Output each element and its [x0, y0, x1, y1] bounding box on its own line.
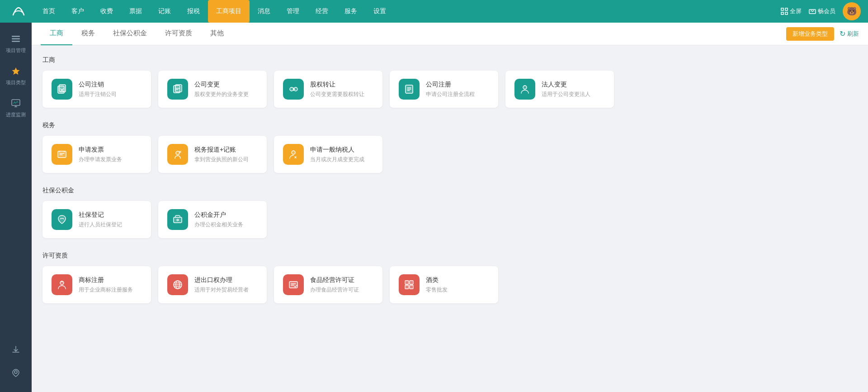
nav-manage[interactable]: 管理 [278, 0, 307, 23]
svg-point-23 [177, 219, 179, 221]
nav-invoice[interactable]: 票据 [121, 0, 150, 23]
food-license-text: 食品经营许可证 办理食品经营许可证 [310, 276, 359, 294]
tab-social-fund[interactable]: 社保公积金 [104, 23, 156, 45]
svg-rect-6 [12, 38, 20, 40]
card-tax-report[interactable]: 税务报道+记账 拿到营业执照的新公司 [158, 136, 267, 173]
svg-rect-9 [12, 100, 20, 105]
nav-bookkeeping[interactable]: 记账 [150, 0, 179, 23]
food-license-desc: 办理食品经营许可证 [310, 286, 359, 294]
svg-point-10 [14, 371, 17, 373]
main-content[interactable]: 工商 公司注销 适用于注销公司 [32, 45, 868, 392]
card-food-license[interactable]: 食品经营许可证 办理食品经营许可证 [274, 266, 382, 303]
card-grid-social-fund: 社保登记 进行人员社保登记 公积 [42, 201, 857, 238]
equity-transfer-desc: 公司变更需要股权转让 [310, 91, 364, 98]
tax-report-desc: 拿到营业执照的新公司 [194, 156, 249, 163]
card-social-insurance[interactable]: 社保登记 进行人员社保登记 [42, 201, 151, 238]
nav-operation[interactable]: 经营 [307, 0, 336, 23]
fullscreen-button[interactable]: 全屏 [781, 7, 802, 15]
general-taxpayer-text: 申请一般纳税人 当月或次月成变更完成 [310, 146, 364, 163]
company-change-icon [167, 79, 188, 100]
card-grid-license: 商标注册 用于企业商标注册服务 [42, 266, 857, 303]
legal-change-title: 法人变更 [542, 81, 590, 89]
vip-button[interactable]: 畅会员 [809, 7, 835, 15]
provident-fund-icon [167, 209, 188, 230]
import-export-desc: 适用于对外贸易经营者 [194, 286, 249, 294]
social-insurance-desc: 进行人员社保登记 [79, 221, 122, 229]
provident-fund-desc: 办理公积金相关业务 [194, 221, 243, 229]
nav-charge[interactable]: 收费 [92, 0, 121, 23]
import-export-icon [167, 274, 188, 295]
nav-settings[interactable]: 设置 [365, 0, 394, 23]
new-type-button[interactable]: 新增业务类型 [786, 27, 834, 41]
section-social-fund: 社保公积金 社保登记 进行人员社保登记 [42, 186, 857, 238]
sidebar-item-download[interactable] [0, 338, 32, 361]
card-trademark[interactable]: 商标注册 用于企业商标注册服务 [42, 266, 151, 303]
nav-service[interactable]: 服务 [336, 0, 365, 23]
sidebar-item-project-manage[interactable]: 项目管理 [0, 27, 32, 59]
card-import-export[interactable]: 进出口权办理 适用于对外贸易经营者 [158, 266, 267, 303]
nav-tax[interactable]: 报税 [179, 0, 208, 23]
equity-transfer-text: 股权转让 公司变更需要股权转让 [310, 81, 364, 98]
tax-report-icon [167, 144, 188, 165]
card-equity-transfer[interactable]: 股权转让 公司变更需要股权转让 [274, 71, 382, 108]
provident-fund-title: 公积金开户 [194, 211, 243, 219]
svg-rect-3 [785, 12, 788, 14]
sidebar-item-progress-monitor[interactable]: 进度监测 [0, 91, 32, 124]
card-company-cancel[interactable]: 公司注销 适用于注销公司 [42, 71, 151, 108]
nav-customer[interactable]: 客户 [63, 0, 92, 23]
card-provident-fund[interactable]: 公积金开户 办理公积金相关业务 [158, 201, 267, 238]
card-apply-invoice[interactable]: 申请发票 办理申请发票业务 [42, 136, 151, 173]
top-navigation: 首页 客户 收费 票据 记账 报税 工商项目 消息 管理 经营 服务 设置 全屏… [0, 0, 868, 23]
card-legal-change[interactable]: 法人变更 适用于公司变更法人 [505, 71, 614, 108]
svg-point-24 [60, 281, 64, 285]
food-license-title: 食品经营许可证 [310, 276, 359, 284]
mascot-icon[interactable]: 🐻 [843, 2, 861, 20]
section-tax: 税务 申请发票 办理申请发票 [42, 121, 857, 173]
location-icon [9, 367, 22, 379]
sidebar-item-project-type[interactable]: 项目类型 [0, 59, 32, 91]
svg-rect-5 [12, 36, 20, 37]
nav-industry[interactable]: 工商项目 [208, 0, 250, 23]
provident-fund-text: 公积金开户 办理公积金相关业务 [194, 211, 243, 229]
company-register-title: 公司注册 [426, 81, 475, 89]
app-logo [7, 0, 30, 23]
company-register-desc: 申请公司注册全流程 [426, 91, 475, 98]
tab-tax[interactable]: 税务 [72, 23, 104, 45]
card-company-register[interactable]: 公司注册 申请公司注册全流程 [390, 71, 498, 108]
trademark-icon [52, 274, 72, 295]
card-grid-industry: 公司注销 适用于注销公司 公司变 [42, 71, 857, 108]
card-company-change[interactable]: 公司变更 股权变更外的业务变更 [158, 71, 267, 108]
sidebar-bottom [0, 338, 32, 392]
sidebar-item-location[interactable] [0, 361, 32, 385]
trademark-text: 商标注册 用于企业商标注册服务 [79, 276, 133, 294]
nav-message[interactable]: 消息 [250, 0, 278, 23]
download-icon [9, 343, 22, 356]
card-alcohol[interactable]: 酒类 零售批发 [390, 266, 498, 303]
refresh-button[interactable]: ↻ 刷新 [840, 29, 859, 38]
svg-rect-28 [405, 281, 409, 284]
nav-home[interactable]: 首页 [34, 0, 63, 23]
svg-point-15 [290, 87, 293, 91]
tab-industry[interactable]: 工商 [41, 23, 72, 45]
content-area: 工商 税务 社保公积金 许可资质 其他 新增业务类型 ↻ 刷新 工商 [32, 23, 868, 392]
section-title-industry: 工商 [42, 56, 857, 64]
section-title-social-fund: 社保公积金 [42, 186, 857, 195]
trademark-title: 商标注册 [79, 276, 133, 284]
svg-rect-31 [410, 285, 413, 289]
food-license-icon [283, 274, 304, 295]
tab-license[interactable]: 许可资质 [156, 23, 201, 45]
apply-invoice-text: 申请发票 办理申请发票业务 [79, 146, 122, 163]
star-icon [9, 65, 22, 77]
general-taxpayer-icon [283, 144, 304, 165]
main-layout: 项目管理 项目类型 进度监测 [0, 23, 868, 392]
section-industry: 工商 公司注销 适用于注销公司 [42, 56, 857, 108]
social-insurance-title: 社保登记 [79, 211, 122, 219]
apply-invoice-icon [52, 144, 72, 165]
section-license: 许可资质 商标注册 用于企业商标注册服务 [42, 252, 857, 303]
svg-rect-7 [12, 41, 20, 42]
company-cancel-icon [52, 79, 72, 100]
tab-other[interactable]: 其他 [201, 23, 233, 45]
svg-rect-30 [405, 285, 409, 289]
company-cancel-title: 公司注销 [79, 81, 117, 89]
card-general-taxpayer[interactable]: 申请一般纳税人 当月或次月成变更完成 [274, 136, 382, 173]
